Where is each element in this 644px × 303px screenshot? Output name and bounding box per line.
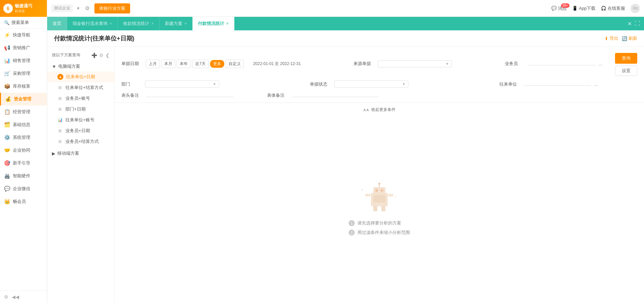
scheme-dept-date[interactable]: ⊞ 部门+日期	[47, 104, 114, 115]
staff-input[interactable]	[528, 62, 596, 65]
mobile-group: ▶ 移动端方案	[47, 148, 114, 158]
sidebar-item-label: 系统管理	[13, 134, 30, 141]
svg-rect-8	[388, 194, 393, 196]
doc-status-select[interactable]: ▼	[334, 81, 408, 88]
refresh-label: 刷新	[628, 35, 637, 41]
org-name: 测试企业	[54, 6, 70, 10]
trial-btn[interactable]: 体验行业方案	[94, 3, 130, 13]
date-btn-7days[interactable]: 近7天	[192, 60, 209, 68]
org-selector[interactable]: 测试企业	[51, 4, 73, 12]
panel-collapse-icon[interactable]: ❮	[106, 53, 110, 58]
sidebar: 6 畅捷通巧 标准版 🔍 搜索菜单 ⚡ 快捷导航 📢 营销推广 📊 销售管理	[0, 0, 47, 303]
filter-row-2: 部门 ▼ 单据状态 ▼ 往来	[121, 81, 637, 88]
add-scheme-icon[interactable]: ➕	[91, 53, 97, 58]
sidebar-item-fund[interactable]: 💰 资金管理	[0, 93, 47, 105]
collapse-btn-label: 收起更多条件	[371, 107, 396, 113]
partner-filter-label: 往来单位	[499, 81, 517, 87]
service-action[interactable]: 🎧 在线客服	[601, 5, 625, 11]
mobile-group-title[interactable]: ▶ 移动端方案	[47, 148, 114, 158]
partner-settlement-icon: ⊞	[57, 85, 63, 90]
app-download-action[interactable]: 📱 App下载	[572, 5, 595, 11]
collapse-btn[interactable]: ∧∧ 收起更多条件	[363, 105, 396, 115]
sidebar-item-member[interactable]: 👑 畅会员	[0, 195, 47, 208]
scheme-staff-date[interactable]: ⊞ 业务员+日期	[47, 125, 114, 136]
scheme-partner-date[interactable]: ● 往来单位+日期	[47, 71, 114, 82]
sidebar-item-guide[interactable]: 🎯 新手引导	[0, 157, 47, 170]
tab-bank-flow[interactable]: 现金银行流水查询 ×	[67, 17, 118, 30]
tab-home-label: 首页	[53, 21, 61, 27]
sidebar-item-label: 企业协同	[13, 147, 30, 153]
tab-payment-stat[interactable]: 付款情况统计 ×	[193, 17, 234, 30]
tab-receipt-stat-close[interactable]: ×	[151, 21, 154, 26]
partner-input[interactable]	[524, 83, 591, 86]
sidebar-footer: ⚙ ◀◀	[0, 291, 47, 303]
empty-state: ✦ ✦ 1 请先选择要分析的方案 2 用过滤条件来缩小分析范围	[115, 117, 644, 303]
svg-rect-10	[381, 206, 385, 211]
scheme-settings-icon[interactable]: ⚙	[99, 53, 104, 58]
topbar-settings-icon[interactable]: ⚙	[85, 5, 90, 11]
svg-rect-9	[373, 206, 377, 211]
collapse-sidebar-icon[interactable]: ◀◀	[12, 294, 19, 300]
date-btn-last-month[interactable]: 上月	[146, 60, 160, 68]
tab-home[interactable]: 首页	[47, 17, 67, 30]
date-btn-this-month[interactable]: 本月	[161, 60, 175, 68]
user-avatar[interactable]: Rit	[631, 4, 640, 13]
tab-receipt-stat[interactable]: 收款情况统计 ×	[118, 17, 159, 30]
sidebar-item-wechat[interactable]: 💬 企业微信	[0, 182, 47, 195]
scheme-partner-settlement[interactable]: ⊞ 往来单位+结算方式	[47, 82, 114, 93]
service-icon: 🎧	[601, 6, 606, 11]
sidebar-item-purchase[interactable]: 🛒 采购管理	[0, 67, 47, 80]
body-note-input[interactable]	[291, 94, 379, 97]
sidebar-item-system[interactable]: ⚙️ 系统管理	[0, 131, 47, 144]
sidebar-item-marketing[interactable]: 📢 营销推广	[0, 41, 47, 54]
tab-bank-flow-close[interactable]: ×	[110, 21, 112, 26]
date-btn-this-year[interactable]: 本年	[177, 60, 191, 68]
sidebar-item-hardware[interactable]: 🖨️ 智能硬件	[0, 170, 47, 182]
message-action[interactable]: 💬 消息 99+	[551, 5, 567, 11]
date-btn-custom[interactable]: 自定义	[226, 60, 244, 68]
org-dropdown-icon[interactable]: ▼	[76, 6, 80, 11]
export-btn[interactable]: ⬆ 导出	[605, 35, 618, 41]
sidebar-item-inventory[interactable]: 📦 库存核算	[0, 80, 47, 93]
dept-select[interactable]: ▼	[145, 81, 219, 88]
tab-new-scheme[interactable]: 新建方案 ×	[159, 17, 193, 30]
header-note-input[interactable]	[146, 94, 233, 97]
sidebar-item-operation[interactable]: 📋 经营管理	[0, 105, 47, 118]
partner-dots[interactable]: ...	[594, 81, 598, 87]
close-window-icon[interactable]: ✕	[627, 21, 632, 27]
sidebar-item-sales[interactable]: 📊 销售管理	[0, 54, 47, 67]
filter-row-1: 单据日期 上月 本月 本年 近7天 更多 自定义 2022-01-01 至 20…	[121, 52, 637, 76]
query-btn[interactable]: 查询	[615, 53, 637, 64]
staff-settlement-icon: ⊞	[57, 139, 63, 144]
settings-footer-icon[interactable]: ⚙	[4, 294, 8, 300]
tab-new-scheme-close[interactable]: ×	[184, 21, 187, 26]
desktop-group-title[interactable]: ▼ 电脑端方案	[47, 61, 114, 71]
sidebar-item-label: 智能硬件	[13, 173, 30, 179]
quick-nav-icon: ⚡	[4, 32, 10, 38]
app-label: App下载	[579, 5, 595, 11]
collapse-btn-container: ∧∧ 收起更多条件	[115, 102, 644, 117]
scheme-staff-settlement[interactable]: ⊞ 业务员+结算方式	[47, 136, 114, 147]
staff-settlement-label: 业务员+结算方式	[65, 139, 99, 145]
topbar: 测试企业 ▼ ⚙ 体验行业方案 💬 消息 99+ 📱 App下载 🎧 在线客服	[47, 0, 644, 17]
settings-btn[interactable]: 设置	[615, 66, 637, 76]
staff-dots[interactable]: ...	[598, 61, 603, 67]
scheme-partner-account[interactable]: 📊 往来单位+账号	[47, 115, 114, 125]
sidebar-item-basic-info[interactable]: 🗂️ 基础信息	[0, 118, 47, 131]
maximize-window-icon[interactable]: ⛶	[635, 21, 640, 27]
export-icon: ⬆	[605, 36, 608, 41]
staff-filter-label: 业务员	[505, 61, 522, 67]
date-btn-more[interactable]: 更多	[210, 60, 224, 68]
sidebar-item-quick-nav[interactable]: ⚡ 快捷导航	[0, 29, 47, 41]
scheme-staff-account[interactable]: ⊞ 业务员+账号	[47, 93, 114, 104]
sidebar-header: 6 畅捷通巧 标准版	[0, 0, 47, 17]
partner-settlement-label: 往来单位+结算方式	[65, 85, 103, 91]
sidebar-item-label: 畅会员	[13, 199, 26, 205]
tab-payment-stat-close[interactable]: ×	[226, 21, 229, 26]
desktop-group: ▼ 电脑端方案 ● 往来单位+日期 ⊞ 往来单位+结算方式 ⊞ 业务员+账号	[47, 61, 114, 147]
hardware-icon: 🖨️	[4, 173, 10, 179]
refresh-btn[interactable]: 🔄 刷新	[622, 35, 637, 41]
search-menu[interactable]: 🔍 搜索菜单	[0, 17, 47, 29]
sidebar-item-enterprise[interactable]: 🤝 企业协同	[0, 144, 47, 157]
source-select[interactable]: ▼	[378, 60, 452, 67]
